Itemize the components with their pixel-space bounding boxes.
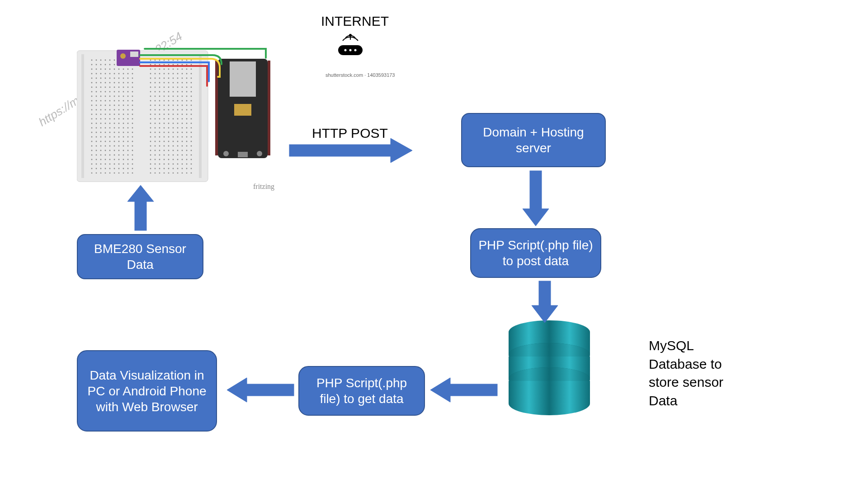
router-icon [330, 32, 371, 68]
arrow-hosting-to-phppost [523, 171, 549, 226]
shutterstock-credit: shutterstock.com · 1403593173 [326, 72, 395, 78]
svg-rect-15 [230, 61, 256, 97]
svg-point-4 [354, 49, 357, 52]
svg-rect-35 [448, 384, 497, 396]
arrow-sensor-to-board [127, 185, 154, 230]
arrow-http-post [289, 138, 412, 163]
breadboard-esp32-icon [77, 45, 276, 185]
fritzing-credit: fritzing [253, 183, 274, 191]
internet-label: INTERNET [321, 14, 389, 29]
arrow-phppost-to-db [532, 281, 558, 323]
svg-point-12 [120, 53, 126, 59]
arrow-phpget-to-viz [227, 378, 294, 402]
node-php-get: PHP Script(.php file) to get data [298, 366, 425, 416]
svg-rect-8 [90, 59, 136, 174]
svg-rect-31 [135, 199, 146, 230]
svg-point-30 [509, 392, 590, 415]
svg-rect-6 [81, 54, 84, 178]
svg-rect-18 [268, 61, 270, 155]
http-post-label: HTTP POST [312, 126, 388, 141]
svg-rect-13 [130, 52, 138, 57]
node-visualization: Data Visualization in PC or Android Phon… [77, 350, 217, 432]
database-icon [504, 319, 594, 422]
svg-rect-33 [530, 171, 542, 211]
svg-rect-7 [199, 54, 202, 178]
svg-rect-36 [244, 384, 294, 396]
arrow-db-to-phpget [430, 378, 497, 402]
svg-rect-21 [238, 152, 248, 157]
node-php-post: PHP Script(.php file) to post data [470, 228, 601, 278]
svg-point-19 [223, 151, 229, 156]
svg-rect-16 [234, 104, 251, 116]
svg-point-2 [344, 49, 347, 52]
svg-rect-32 [289, 145, 393, 156]
svg-rect-17 [215, 61, 218, 155]
svg-point-20 [257, 151, 262, 156]
node-sensor: BME280 Sensor Data [77, 234, 203, 279]
svg-rect-9 [149, 59, 194, 174]
db-label: MySQL Database to store sensor Data [649, 337, 748, 410]
svg-rect-34 [539, 281, 551, 308]
svg-point-3 [349, 49, 352, 52]
node-hosting: Domain + Hosting server [461, 113, 606, 167]
diagram-canvas: https://microdigisoft.com - 22:54 INTERN… [0, 0, 868, 488]
